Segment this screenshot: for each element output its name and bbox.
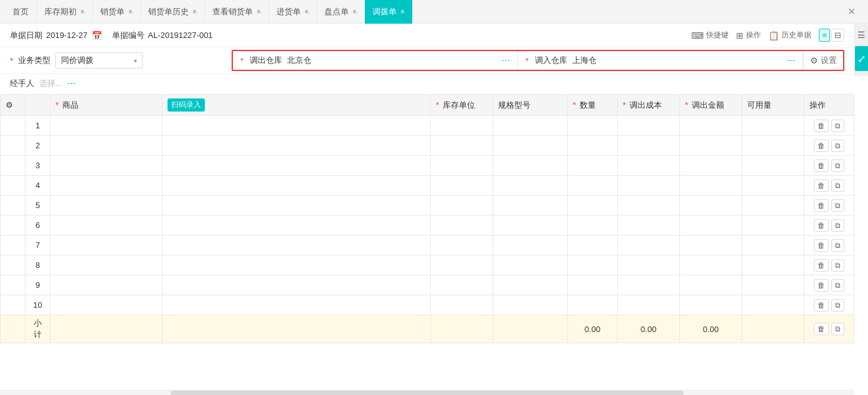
warehouse-settings-button[interactable]: ⚙ 设置: [803, 51, 843, 70]
td-product-5[interactable]: [50, 196, 163, 216]
td-unit-4[interactable]: [431, 176, 493, 196]
td-amount-9[interactable]: [680, 275, 742, 295]
person-select-input[interactable]: 选择...: [39, 78, 62, 89]
shortcut-button[interactable]: ⌨ 快捷键: [691, 30, 729, 40]
td-cost-10[interactable]: [618, 295, 680, 315]
close-icon[interactable]: ×: [304, 7, 309, 16]
delete-button-4[interactable]: 🗑: [814, 179, 829, 192]
delete-button-1[interactable]: 🗑: [814, 120, 829, 132]
td-spec-1[interactable]: [493, 116, 568, 136]
td-product-9[interactable]: [50, 275, 163, 295]
in-warehouse-more-icon[interactable]: ···: [787, 55, 795, 66]
horizontal-scrollbar[interactable]: [0, 390, 854, 395]
td-amount-7[interactable]: [680, 236, 742, 255]
td-spec-2[interactable]: [493, 136, 568, 156]
copy-button-2[interactable]: ⧉: [831, 140, 844, 152]
td-qty-4[interactable]: [568, 176, 618, 196]
td-amount-4[interactable]: [680, 176, 742, 196]
copy-button-6[interactable]: ⧉: [831, 219, 844, 232]
copy-button-10[interactable]: ⧉: [831, 299, 844, 312]
scan-button[interactable]: 扫码录入: [167, 98, 205, 112]
td-cost-3[interactable]: [618, 156, 680, 176]
close-icon[interactable]: ×: [192, 7, 197, 16]
td-product-8[interactable]: [50, 255, 163, 275]
tab-sales-history[interactable]: 销货单历史 ×: [141, 0, 205, 24]
copy-button-5[interactable]: ⧉: [831, 199, 844, 212]
delete-button-9[interactable]: 🗑: [814, 279, 829, 292]
operate-button[interactable]: ⊞ 操作: [736, 30, 761, 40]
td-qty-1[interactable]: [568, 116, 618, 136]
person-more-icon[interactable]: ···: [67, 78, 75, 89]
td-cost-9[interactable]: [618, 275, 680, 295]
out-warehouse-more-icon[interactable]: ···: [502, 55, 510, 66]
td-product-2[interactable]: [50, 136, 163, 156]
td-cost-1[interactable]: [618, 116, 680, 136]
copy-button-7[interactable]: ⧉: [831, 239, 844, 252]
td-amount-5[interactable]: [680, 196, 742, 216]
copy-button-1[interactable]: ⧉: [831, 120, 844, 132]
td-unit-9[interactable]: [431, 275, 493, 295]
sidebar-expand-icon[interactable]: ⤢: [855, 46, 869, 71]
calendar-icon[interactable]: 📅: [92, 31, 102, 40]
scroll-thumb[interactable]: [171, 391, 683, 395]
delete-button-3[interactable]: 🗑: [814, 159, 829, 172]
td-qty-2[interactable]: [568, 136, 618, 156]
copy-subtotal-button[interactable]: ⧉: [831, 323, 844, 335]
td-spec-6[interactable]: [493, 216, 568, 236]
td-product-6[interactable]: [50, 216, 163, 236]
td-unit-6[interactable]: [431, 216, 493, 236]
close-icon[interactable]: ×: [400, 7, 405, 16]
td-spec-5[interactable]: [493, 196, 568, 216]
tab-purchase[interactable]: 进货单 ×: [269, 0, 317, 24]
delete-button-6[interactable]: 🗑: [814, 219, 829, 232]
td-spec-3[interactable]: [493, 156, 568, 176]
copy-button-3[interactable]: ⧉: [831, 159, 844, 172]
tab-inventory-check[interactable]: 盘点单 ×: [317, 0, 365, 24]
close-icon[interactable]: ×: [128, 7, 133, 16]
delete-subtotal-button[interactable]: 🗑: [814, 323, 829, 335]
layout-grid-button[interactable]: ⊟: [831, 29, 844, 42]
td-cost-4[interactable]: [618, 176, 680, 196]
th-settings[interactable]: ⚙: [1, 95, 26, 116]
delete-button-8[interactable]: 🗑: [814, 259, 829, 272]
td-qty-10[interactable]: [568, 295, 618, 315]
td-product-10[interactable]: [50, 295, 163, 315]
td-unit-7[interactable]: [431, 236, 493, 255]
td-cost-6[interactable]: [618, 216, 680, 236]
td-unit-1[interactable]: [431, 116, 493, 136]
delete-button-10[interactable]: 🗑: [814, 299, 829, 312]
td-unit-10[interactable]: [431, 295, 493, 315]
td-product-7[interactable]: [50, 236, 163, 255]
td-amount-1[interactable]: [680, 116, 742, 136]
td-qty-6[interactable]: [568, 216, 618, 236]
window-close-button[interactable]: ✕: [840, 6, 863, 17]
td-unit-5[interactable]: [431, 196, 493, 216]
td-amount-6[interactable]: [680, 216, 742, 236]
close-icon[interactable]: ×: [80, 7, 85, 16]
td-unit-8[interactable]: [431, 255, 493, 275]
td-amount-2[interactable]: [680, 136, 742, 156]
tab-view-sales[interactable]: 查看销货单 ×: [205, 0, 269, 24]
td-product-1[interactable]: [50, 116, 163, 136]
td-cost-5[interactable]: [618, 196, 680, 216]
td-qty-5[interactable]: [568, 196, 618, 216]
td-amount-8[interactable]: [680, 255, 742, 275]
close-icon[interactable]: ×: [352, 7, 357, 16]
td-qty-7[interactable]: [568, 236, 618, 255]
td-product-4[interactable]: [50, 176, 163, 196]
sidebar-list-icon[interactable]: ☰: [856, 29, 868, 41]
copy-button-4[interactable]: ⧉: [831, 179, 844, 192]
td-spec-9[interactable]: [493, 275, 568, 295]
td-spec-4[interactable]: [493, 176, 568, 196]
th-scan[interactable]: 扫码录入: [163, 95, 431, 116]
tab-transfer[interactable]: 调拨单 ×: [365, 0, 413, 24]
td-cost-7[interactable]: [618, 236, 680, 255]
close-icon[interactable]: ×: [257, 7, 261, 16]
td-product-3[interactable]: [50, 156, 163, 176]
layout-list-button[interactable]: ≡: [819, 29, 830, 42]
copy-button-8[interactable]: ⧉: [831, 259, 844, 272]
td-qty-9[interactable]: [568, 275, 618, 295]
tab-sales-order[interactable]: 销货单 ×: [93, 0, 141, 24]
td-unit-3[interactable]: [431, 156, 493, 176]
delete-button-5[interactable]: 🗑: [814, 199, 829, 212]
